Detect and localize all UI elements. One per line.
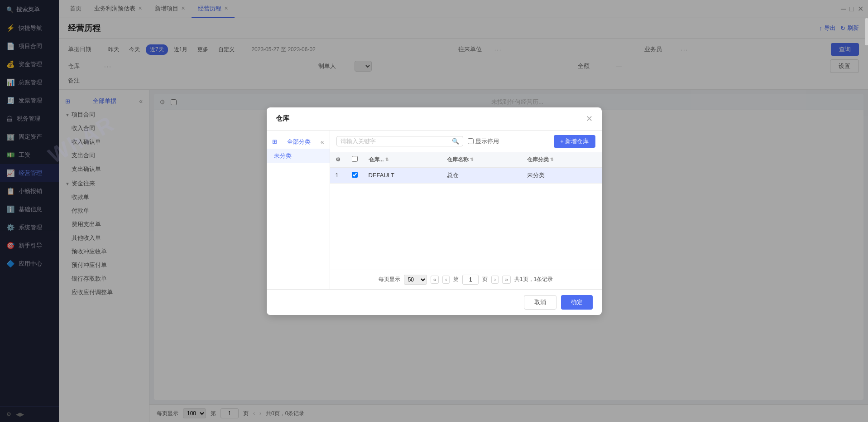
modal-overlay: WhAR 仓库 ✕ ⊞ 全部分类 « 未分类 bbox=[0, 0, 868, 422]
grid-icon-small: ⊞ bbox=[272, 138, 277, 145]
dialog-first-page[interactable]: « bbox=[431, 276, 439, 284]
table-header-row: ⚙ 仓库... ⇅ bbox=[330, 152, 602, 168]
dialog-next-page[interactable]: › bbox=[491, 276, 499, 284]
add-warehouse-button[interactable]: + 新增仓库 bbox=[554, 135, 595, 148]
dialog-toolbar: 🔍 显示停用 + 新增仓库 bbox=[330, 131, 602, 152]
dialog-page-size-select[interactable]: 50 100 bbox=[404, 275, 427, 285]
th-code[interactable]: 仓库... ⇅ bbox=[363, 152, 442, 168]
dialog-actions: 取消 确定 bbox=[267, 289, 602, 315]
th-gear: ⚙ bbox=[330, 152, 346, 168]
row-category: 未分类 bbox=[522, 167, 602, 183]
sort-icon-category: ⇅ bbox=[550, 157, 554, 162]
dialog-sidebar-item-uncategorized[interactable]: 未分类 bbox=[267, 149, 330, 163]
row-name: 总仓 bbox=[441, 167, 522, 183]
row-select[interactable] bbox=[352, 172, 358, 178]
dialog-table: ⚙ 仓库... ⇅ bbox=[330, 152, 602, 270]
dialog-last-page[interactable]: » bbox=[502, 276, 511, 284]
dialog-body: ⊞ 全部分类 « 未分类 🔍 bbox=[267, 131, 602, 289]
sort-icon-name: ⇅ bbox=[470, 157, 474, 162]
cancel-button[interactable]: 取消 bbox=[524, 295, 556, 310]
table-select-all[interactable] bbox=[352, 156, 358, 162]
gear-icon-th[interactable]: ⚙ bbox=[336, 156, 340, 163]
sort-icon-code: ⇅ bbox=[385, 157, 389, 162]
watermark: WhAR bbox=[44, 111, 119, 169]
dialog-pagination: 每页显示 50 100 « ‹ 第 页 › » 共1页，1条记录 bbox=[330, 270, 602, 289]
table-row[interactable]: 1 DEFAULT 总仓 未分类 bbox=[330, 167, 602, 183]
warehouse-table: ⚙ 仓库... ⇅ bbox=[330, 152, 602, 184]
warehouse-search-input[interactable] bbox=[340, 138, 449, 145]
dialog-sidebar-header[interactable]: ⊞ 全部分类 « bbox=[267, 135, 330, 149]
warehouse-dialog: 仓库 ✕ ⊞ 全部分类 « 未分类 bbox=[267, 107, 602, 315]
dialog-sidebar: ⊞ 全部分类 « 未分类 bbox=[267, 131, 330, 289]
search-input-wrap: 🔍 bbox=[336, 136, 463, 146]
th-category[interactable]: 仓库分类 ⇅ bbox=[522, 152, 602, 168]
dialog-total: 共1页，1条记录 bbox=[514, 276, 553, 283]
show-disabled-label[interactable]: 显示停用 bbox=[468, 137, 499, 146]
th-checkbox bbox=[346, 152, 363, 168]
dialog-prev-page[interactable]: ‹ bbox=[442, 276, 450, 284]
th-name[interactable]: 仓库名称 ⇅ bbox=[441, 152, 522, 168]
confirm-button[interactable]: 确定 bbox=[561, 295, 593, 310]
row-index: 1 bbox=[330, 167, 346, 183]
dialog-header: 仓库 ✕ bbox=[267, 107, 602, 131]
show-disabled-checkbox[interactable] bbox=[468, 138, 474, 144]
search-icon: 🔍 bbox=[452, 138, 459, 145]
row-code: DEFAULT bbox=[363, 167, 442, 183]
dialog-sidebar-scrollbar bbox=[865, 18, 868, 422]
dialog-sidebar-collapse[interactable]: « bbox=[321, 138, 324, 146]
dialog-main: 🔍 显示停用 + 新增仓库 ⚙ bbox=[330, 131, 602, 289]
dialog-sidebar-scroll: 未分类 bbox=[267, 149, 330, 285]
row-checkbox[interactable] bbox=[346, 167, 363, 183]
dialog-close-button[interactable]: ✕ bbox=[586, 114, 593, 124]
dialog-title: 仓库 bbox=[276, 114, 289, 123]
dialog-page-input[interactable] bbox=[462, 275, 479, 285]
